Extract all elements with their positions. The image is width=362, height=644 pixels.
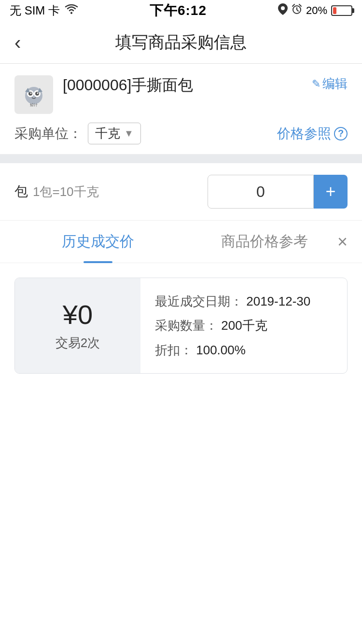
unit-dropdown-icon: ▼	[124, 128, 134, 139]
svg-text:鲸计: 鲸计	[30, 103, 38, 107]
card-left: ¥0 交易2次	[15, 278, 140, 373]
svg-point-1	[281, 6, 285, 10]
svg-point-0	[70, 12, 72, 14]
pack-conversion: 1包=10千克	[33, 183, 99, 200]
tab-price-reference[interactable]: 商品价格参考	[181, 221, 348, 263]
status-bar: 无 SIM 卡 下午6:12 20	[0, 0, 362, 21]
purchase-qty-value: 200千克	[221, 318, 267, 333]
tabs-panel: 历史成交价 商品价格参考 × ¥0 交易2次 最近成交日期： 2019-12-3…	[0, 221, 362, 388]
battery-icon	[331, 5, 352, 16]
product-unit-row: 采购单位： 千克 ▼ 价格参照 ?	[14, 123, 348, 144]
card-trade-count: 交易2次	[56, 335, 100, 351]
nav-bar: ‹ 填写商品采购信息	[0, 21, 362, 64]
status-left: 无 SIM 卡	[10, 3, 78, 18]
edit-icon: ✎	[312, 78, 320, 90]
wifi-icon	[65, 4, 78, 17]
edit-label: 编辑	[322, 75, 348, 92]
recent-date-value: 2019-12-30	[246, 294, 310, 308]
tabs-close-button[interactable]: ×	[337, 232, 348, 252]
battery-percent: 20%	[306, 4, 327, 17]
edit-button[interactable]: ✎ 编辑	[312, 75, 348, 92]
product-name: [0000006]手撕面包	[63, 75, 193, 96]
product-thumbnail: 鲸计	[14, 75, 53, 114]
no-sim-label: 无 SIM 卡	[10, 3, 60, 18]
section-divider	[0, 154, 362, 163]
main-content-area	[0, 388, 362, 630]
help-icon: ?	[334, 127, 348, 140]
location-icon	[278, 3, 288, 18]
tabs-header: 历史成交价 商品价格参考 ×	[0, 221, 362, 263]
purchase-qty-label: 采购数量：	[155, 318, 218, 333]
card-price: ¥0	[63, 300, 93, 330]
tab-history-price[interactable]: 历史成交价	[14, 221, 181, 263]
product-section: 鲸计 [0000006]手撕面包 ✎ 编辑 采购单位： 千克 ▼ 价格参照 ?	[0, 64, 362, 154]
quantity-row: 包 1包=10千克 0 +	[0, 163, 362, 221]
unit-selector[interactable]: 千克 ▼	[88, 123, 141, 144]
status-right: 20%	[278, 3, 352, 18]
quantity-value: 0	[256, 183, 265, 201]
svg-point-8	[30, 93, 32, 94]
recent-date-row: 最近成交日期： 2019-12-30	[155, 293, 333, 310]
purchase-qty-row: 采购数量： 200千克	[155, 317, 333, 334]
unit-label: 采购单位：	[14, 125, 82, 143]
tab-active-indicator	[84, 261, 112, 263]
card-right: 最近成交日期： 2019-12-30 采购数量： 200千克 折扣： 100.0…	[140, 278, 347, 373]
quantity-label: 包 1包=10千克	[14, 182, 99, 201]
quantity-controls: 0 +	[208, 175, 348, 209]
page-title: 填写商品采购信息	[115, 31, 247, 54]
unit-value: 千克	[95, 125, 120, 142]
product-image: 鲸计	[20, 81, 47, 108]
status-time: 下午6:12	[150, 1, 207, 20]
discount-row: 折扣： 100.00%	[155, 341, 333, 359]
price-ref-button[interactable]: 价格参照 ?	[277, 125, 348, 143]
history-content: ¥0 交易2次 最近成交日期： 2019-12-30 采购数量： 200千克 折…	[0, 263, 362, 388]
svg-point-9	[37, 93, 39, 94]
price-ref-label: 价格参照	[277, 125, 331, 143]
back-button[interactable]: ‹	[14, 33, 21, 52]
product-header: 鲸计 [0000006]手撕面包 ✎ 编辑	[14, 75, 348, 114]
alarm-icon	[292, 3, 302, 18]
quantity-input[interactable]: 0	[208, 175, 314, 209]
quantity-plus-button[interactable]: +	[314, 175, 348, 209]
tab-reference-label: 商品价格参考	[221, 232, 308, 252]
discount-value: 100.00%	[196, 343, 246, 357]
tab-history-label: 历史成交价	[62, 232, 134, 252]
discount-label: 折扣：	[155, 343, 193, 357]
pack-label: 包	[14, 182, 28, 201]
history-card: ¥0 交易2次 最近成交日期： 2019-12-30 采购数量： 200千克 折…	[14, 278, 348, 374]
recent-date-label: 最近成交日期：	[155, 294, 243, 308]
